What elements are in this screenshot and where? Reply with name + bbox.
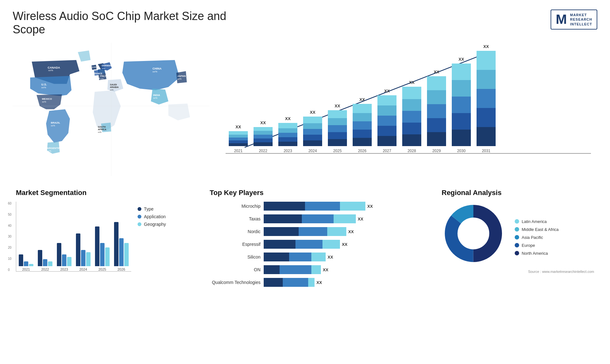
- legend-asia-pacific: Asia Pacific: [515, 235, 559, 240]
- bar-segment: [377, 105, 396, 116]
- player-xx-label: XX: [316, 280, 322, 285]
- player-bar-segment: [311, 265, 321, 274]
- growth-chart: XX2021XX2022XX2023XX2024XX2025XX2026XX20…: [219, 43, 597, 176]
- seg-bar: [57, 243, 61, 266]
- bar-segment: [377, 126, 396, 136]
- seg-bar: [124, 243, 129, 266]
- player-bar-stack: [264, 227, 346, 236]
- svg-text:CHINA: CHINA: [152, 67, 162, 70]
- seg-x-label: 2022: [41, 267, 49, 271]
- svg-text:FRANCE: FRANCE: [93, 72, 102, 75]
- svg-text:GERMANY: GERMANY: [102, 64, 113, 67]
- player-bar-segment: [264, 214, 302, 223]
- bar-segment: [353, 121, 372, 130]
- bar-segment: [254, 135, 273, 138]
- seg-bar: [105, 247, 110, 266]
- legend-europe: Europe: [515, 243, 559, 248]
- seg-bar: [114, 222, 119, 266]
- player-bar-wrap: XX: [264, 253, 426, 261]
- seg-year-group: 2026: [114, 196, 129, 271]
- seg-bar: [29, 264, 33, 266]
- bar-value-label: XX: [458, 57, 464, 62]
- bar-segment: [477, 51, 496, 70]
- player-bar-stack: [264, 278, 315, 287]
- bar-year-label: 2022: [259, 149, 268, 153]
- bar-segment: [377, 116, 396, 126]
- bar-segment: [377, 136, 396, 146]
- page-header: Wireless Audio SoC Chip Market Size and …: [13, 10, 597, 36]
- bar-value-label: XX: [260, 120, 266, 125]
- bar-segment: [402, 134, 421, 146]
- bottom-section: Market Segmentation 60 50 40 30 20 10 0: [13, 185, 597, 294]
- bar-segment: [353, 138, 372, 146]
- seg-year-group: 2024: [76, 196, 91, 271]
- svg-text:xx%: xx%: [152, 70, 157, 73]
- bar-group: XX2026: [353, 97, 372, 153]
- svg-text:xx%: xx%: [153, 97, 157, 99]
- north-america-region: CANADA xx% U.S. xx% MEXICO xx%: [30, 51, 91, 109]
- player-name: ON: [210, 267, 261, 272]
- bar-value-label: XX: [409, 80, 414, 85]
- bar-segment: [328, 132, 347, 139]
- svg-text:ITALY: ITALY: [100, 75, 106, 77]
- bar-segment: [303, 123, 322, 129]
- world-map: CANADA xx% U.S. xx% MEXICO xx% BRAZIL xx…: [13, 43, 210, 176]
- bar-segment: [427, 104, 446, 118]
- bar-value-label: XX: [235, 125, 241, 129]
- player-bar-segment: [289, 253, 311, 261]
- svg-text:xx%: xx%: [102, 67, 105, 69]
- legend-mea: Middle East & Africa: [515, 227, 559, 232]
- seg-bar: [67, 257, 71, 266]
- player-xx-label: XX: [323, 267, 328, 272]
- bar-value-label: XX: [310, 110, 315, 115]
- seg-bar: [43, 259, 47, 266]
- legend-latin-america: Latin America: [515, 219, 559, 224]
- bar-segment: [229, 138, 248, 140]
- seg-bar: [76, 233, 80, 266]
- player-bar-segment: [283, 278, 308, 287]
- page-title: Wireless Audio SoC Chip Market Size and …: [13, 10, 235, 36]
- player-name: Taxas: [210, 216, 261, 221]
- player-bar-segment: [264, 265, 280, 274]
- legend-geography: Geography: [138, 222, 166, 227]
- svg-text:xx%: xx%: [100, 78, 104, 80]
- player-bar-wrap: XX: [264, 265, 426, 274]
- bar-segment: [254, 127, 273, 131]
- seg-bar: [81, 250, 85, 266]
- player-bar-segment: [311, 253, 326, 261]
- bar-stack: [402, 87, 421, 146]
- bar-value-label: XX: [335, 104, 340, 108]
- middle-east-region: SAUDI ARABIA xx%: [107, 79, 123, 92]
- logo-text: MARKET RESEARCH INTELLECT: [570, 13, 592, 26]
- bar-value-label: XX: [359, 97, 365, 102]
- bar-segment: [303, 140, 322, 146]
- bar-segment: [229, 143, 248, 146]
- bar-year-label: 2030: [457, 149, 466, 153]
- bar-segment: [229, 140, 248, 143]
- player-bar-segment: [264, 253, 289, 261]
- bar-year-label: 2024: [308, 149, 317, 153]
- player-name: Espressif: [210, 242, 261, 247]
- bar-segment: [402, 111, 421, 123]
- svg-text:xx%: xx%: [41, 86, 46, 89]
- bar-group: XX2031: [477, 44, 496, 153]
- player-bar-stack: [264, 253, 326, 261]
- player-bar-wrap: XX: [264, 240, 426, 249]
- bar-stack: [278, 123, 297, 146]
- svg-text:SAUDI: SAUDI: [110, 84, 117, 86]
- player-xx-label: XX: [328, 255, 333, 260]
- player-bar-segment: [308, 278, 315, 287]
- bar-segment: [278, 142, 297, 146]
- regional-section: Regional Analysis: [438, 185, 597, 294]
- bar-segment: [303, 135, 322, 140]
- player-xx-label: XX: [358, 217, 363, 221]
- bar-group: XX2022: [254, 120, 273, 153]
- player-bar-segment: [295, 240, 322, 249]
- svg-text:AFRICA: AFRICA: [98, 128, 106, 131]
- bar-stack: [477, 51, 496, 146]
- bar-segment: [402, 123, 421, 134]
- player-bar-wrap: XX: [264, 214, 426, 223]
- players-chart: MicrochipXXTaxasXXNordicXXEspressifXXSil…: [210, 202, 426, 287]
- logo: M MARKET RESEARCH INTELLECT: [551, 10, 597, 30]
- player-name: Nordic: [210, 229, 261, 234]
